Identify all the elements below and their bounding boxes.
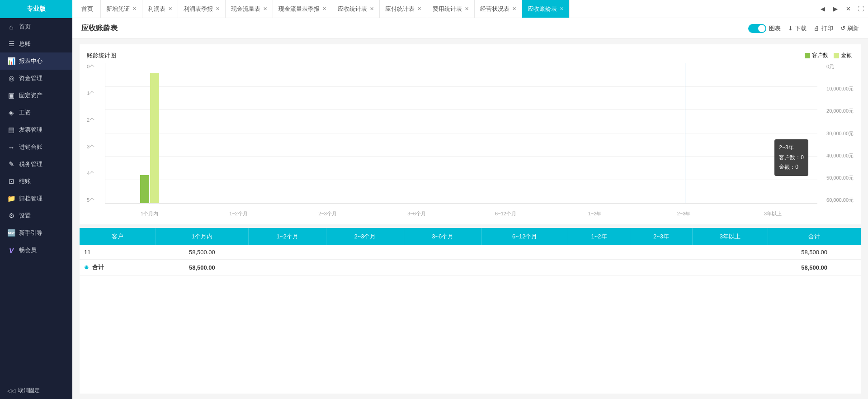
tab-ar-stats-close[interactable]: ✕ — [370, 6, 374, 12]
print-button[interactable]: 🖨 打印 — [814, 24, 833, 33]
sidebar-item-reports[interactable]: 📊 报表中心 — [0, 52, 72, 70]
sidebar-item-label: 资金管理 — [19, 74, 42, 82]
td-total-y12 — [568, 260, 630, 276]
funds-icon: ◎ — [7, 74, 15, 82]
y-right-label-0: 0元 — [826, 63, 854, 70]
bar-group-y12 — [550, 63, 639, 203]
tab-expense-stats-close[interactable]: ✕ — [465, 6, 469, 12]
tab-profit[interactable]: 利润表 ✕ — [142, 0, 178, 18]
tab-profit-quarter-label: 利润表季报 — [184, 5, 213, 13]
bar-group-y3plus — [728, 63, 817, 203]
x-label-m12: 1~2个月 — [194, 209, 283, 217]
sidebar-item-payroll[interactable]: ◈ 工资 — [0, 104, 72, 121]
tab-cashflow-close[interactable]: ✕ — [263, 6, 267, 12]
th-y12: 1~2年 — [568, 228, 630, 245]
sidebar-item-settings[interactable]: ⚙ 设置 — [0, 207, 72, 224]
tab-cashflow[interactable]: 现金流量表 ✕ — [226, 0, 273, 18]
assets-icon: ▣ — [7, 91, 15, 100]
sidebar-item-closing[interactable]: ⊡ 结账 — [0, 173, 72, 190]
td-m12 — [249, 245, 326, 260]
tab-biz-status-close[interactable]: ✕ — [512, 6, 516, 12]
td-m36 — [404, 245, 481, 260]
td-y23 — [630, 245, 693, 260]
tab-cashflow-quarter-close[interactable]: ✕ — [322, 6, 326, 12]
tab-close-all[interactable]: ✕ — [843, 4, 854, 14]
chart-container: 5个 4个 3个 2个 1个 0个 — [87, 63, 854, 217]
bar-group-m23 — [283, 63, 373, 203]
td-total-y23 — [630, 260, 693, 276]
sidebar-pin-toggle[interactable]: ◁◁ 取消固定 — [0, 382, 72, 399]
sidebar-item-assets[interactable]: ▣ 固定资产 — [0, 87, 72, 104]
y-left-label-0: 0个 — [87, 63, 94, 70]
sidebar-item-label: 总账 — [19, 40, 31, 48]
td-m23 — [326, 245, 404, 260]
td-m612 — [481, 245, 568, 260]
main-area: 首页 新增凭证 ✕ 利润表 ✕ 利润表季报 ✕ 现金流量表 ✕ 现金流量表季报 … — [72, 0, 868, 399]
sidebar-item-invoice[interactable]: ▤ 发票管理 — [0, 121, 72, 138]
th-m12: 1~2个月 — [249, 228, 326, 245]
chart-toggle[interactable] — [748, 24, 766, 33]
download-label: 下载 — [795, 24, 807, 33]
sidebar-item-label: 固定资产 — [19, 91, 42, 100]
tab-home-label: 首页 — [81, 5, 93, 13]
tab-cashflow-quarter[interactable]: 现金流量表季报 ✕ — [273, 0, 332, 18]
settings-icon: ⚙ — [7, 212, 15, 220]
tab-ap-stats-close[interactable]: ✕ — [417, 6, 421, 12]
th-m612: 6~12个月 — [481, 228, 568, 245]
legend-customer-color — [805, 53, 810, 58]
subtotal-icon: ⊕ — [84, 264, 89, 271]
x-label-m23: 2~3个月 — [283, 209, 372, 217]
tab-profit-quarter[interactable]: 利润表季报 ✕ — [178, 0, 226, 18]
sidebar-item-tax[interactable]: ✎ 税务管理 — [0, 156, 72, 173]
td-total-m612 — [481, 260, 568, 276]
tab-ar-stats[interactable]: 应收统计表 ✕ — [332, 0, 380, 18]
tab-profit-close[interactable]: ✕ — [168, 6, 172, 12]
pin-label: 取消固定 — [18, 387, 40, 394]
tab-expand[interactable]: ⛶ — [855, 4, 866, 14]
sidebar-item-label: 发票管理 — [19, 126, 42, 134]
td-total-y3plus — [692, 260, 768, 276]
content-area: 应收账龄表 图表 ⬇ 下载 🖨 打印 ↺ 刷新 — [72, 18, 868, 399]
sidebar-item-label: 结账 — [19, 177, 31, 185]
y-left-label-4: 4个 — [87, 170, 94, 177]
stock-icon: ↔ — [7, 143, 15, 151]
tab-biz-status[interactable]: 经营状况表 ✕ — [475, 0, 522, 18]
bar-m1-customer — [140, 175, 149, 203]
sidebar-item-ledger[interactable]: ☰ 总账 — [0, 35, 72, 52]
tab-ar-aging[interactable]: 应收账龄表 ✕ — [522, 0, 570, 18]
tab-nav-right[interactable]: ▶ — [830, 4, 841, 14]
th-total: 合计 — [768, 228, 861, 245]
tab-home[interactable]: 首页 — [74, 0, 101, 18]
refresh-button[interactable]: ↺ 刷新 — [840, 24, 859, 33]
tab-voucher[interactable]: 新增凭证 ✕ — [101, 0, 142, 18]
ledger-icon: ☰ — [7, 40, 15, 48]
y-right-label-30k: 30,000.00元 — [826, 130, 854, 137]
tab-ap-stats[interactable]: 应付统计表 ✕ — [380, 0, 427, 18]
tab-biz-status-label: 经营状况表 — [480, 5, 509, 13]
sidebar-item-stock[interactable]: ↔ 进销台账 — [0, 138, 72, 156]
download-button[interactable]: ⬇ 下载 — [788, 24, 807, 33]
td-total-label: ⊕ 合计 — [80, 260, 156, 276]
tab-expense-stats[interactable]: 费用统计表 ✕ — [427, 0, 475, 18]
td-total-m12 — [249, 260, 326, 276]
y-axis-left: 5个 4个 3个 2个 1个 0个 — [87, 63, 94, 204]
sidebar-item-home[interactable]: ⌂ 首页 — [0, 18, 72, 35]
pin-icon: ◁◁ — [7, 388, 15, 394]
tab-ar-aging-close[interactable]: ✕ — [560, 6, 564, 12]
tab-voucher-close[interactable]: ✕ — [132, 6, 137, 12]
sidebar-item-vip[interactable]: V 畅会员 — [0, 242, 72, 259]
x-label-m612: 6~12个月 — [461, 209, 550, 217]
td-customer: 11 — [80, 245, 156, 260]
tab-profit-quarter-close[interactable]: ✕ — [216, 6, 220, 12]
sidebar-item-guide[interactable]: 🆕 新手引导 — [0, 224, 72, 242]
td-total-m36 — [404, 260, 481, 276]
sidebar-item-archive[interactable]: 📁 归档管理 — [0, 190, 72, 207]
tab-nav-left[interactable]: ◀ — [817, 4, 828, 14]
refresh-label: 刷新 — [847, 24, 859, 33]
chart-toggle-label: 图表 — [769, 24, 781, 33]
tab-cashflow-label: 现金流量表 — [231, 5, 260, 13]
th-m36: 3~6个月 — [404, 228, 481, 245]
payroll-icon: ◈ — [7, 109, 15, 117]
sidebar-item-funds[interactable]: ◎ 资金管理 — [0, 70, 72, 87]
table-row: 11 58,500.00 58,500.00 — [80, 245, 861, 260]
